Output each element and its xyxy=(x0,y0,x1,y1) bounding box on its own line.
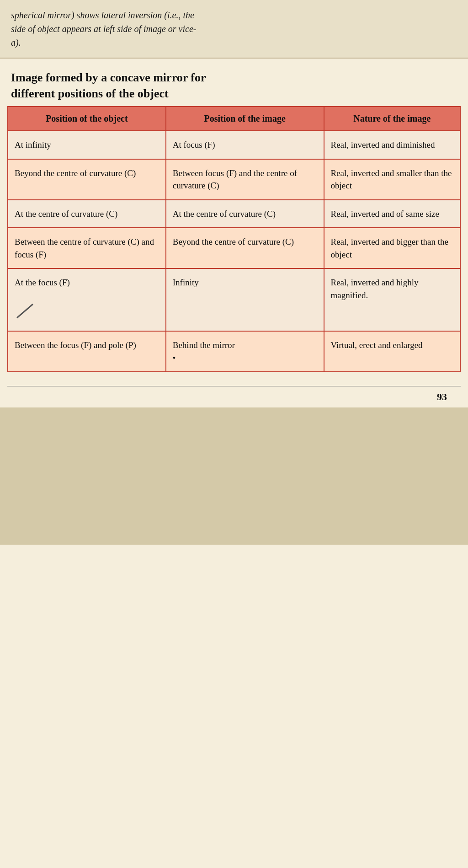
intro-line-1: spherical mirror) shows lateral inversio… xyxy=(11,8,457,22)
row-2-object: Beyond the centre of curvature (C) xyxy=(8,159,166,200)
row-6-image-text: Behind the mirror xyxy=(173,340,235,350)
row-6-image-dot: • xyxy=(173,353,176,363)
page-content: spherical mirror) shows lateral inversio… xyxy=(0,0,468,868)
table-container: Position of the object Position of the i… xyxy=(0,106,468,386)
col-header-1: Position of the object xyxy=(8,107,166,131)
row-3-image: At the centre of curvature (C) xyxy=(166,200,324,228)
row-3-object: At the centre of curvature (C) xyxy=(8,200,166,228)
table-row: Between the focus (F) and pole (P) Behin… xyxy=(8,331,460,372)
col-header-2: Position of the image xyxy=(166,107,324,131)
intro-line-3: a). xyxy=(11,36,457,49)
row-5-object: At the focus (F) xyxy=(8,268,166,331)
row-2-nature: Real, inverted and smaller than the obje… xyxy=(324,159,461,200)
row-6-object: Between the focus (F) and pole (P) xyxy=(8,331,166,372)
table-row: At infinity At focus (F) Real, inverted … xyxy=(8,131,460,159)
table-header-row: Position of the object Position of the i… xyxy=(8,107,460,131)
section-heading: Image formed by a concave mirror for dif… xyxy=(0,59,468,106)
row-5-nature: Real, inverted and highly magnified. xyxy=(324,268,461,331)
row-1-nature: Real, inverted and diminished xyxy=(324,131,461,159)
row-6-image: Behind the mirror • xyxy=(166,331,324,372)
row-5-object-text: At the focus (F) xyxy=(15,278,70,287)
row-4-object: Between the centre of curvature (C) and … xyxy=(8,228,166,268)
row-1-object: At infinity xyxy=(8,131,166,159)
svg-line-0 xyxy=(17,304,33,318)
mirror-table: Position of the object Position of the i… xyxy=(7,106,461,372)
heading-line-2: different positions of the object xyxy=(11,87,169,100)
table-row: Between the centre of curvature (C) and … xyxy=(8,228,460,268)
row-2-image: Between focus (F) and the centre of curv… xyxy=(166,159,324,200)
row-4-nature: Real, inverted and bigger than the objec… xyxy=(324,228,461,268)
intro-line-2: side of object appears at left side of i… xyxy=(11,22,457,36)
heading-line-1: Image formed by a concave mirror for xyxy=(11,71,206,84)
diagonal-mark-icon xyxy=(15,302,37,320)
table-row: Beyond the centre of curvature (C) Betwe… xyxy=(8,159,460,200)
intro-text-box: spherical mirror) shows lateral inversio… xyxy=(0,0,468,59)
table-row: At the focus (F) Infinity Real, inverted… xyxy=(8,268,460,331)
page-number: 93 xyxy=(7,386,461,407)
bottom-background xyxy=(0,407,468,545)
row-1-image: At focus (F) xyxy=(166,131,324,159)
row-4-image: Beyond the centre of curvature (C) xyxy=(166,228,324,268)
row-6-nature: Virtual, erect and enlarged xyxy=(324,331,461,372)
table-row: At the centre of curvature (C) At the ce… xyxy=(8,200,460,228)
page-number-value: 93 xyxy=(437,391,447,402)
row-5-image: Infinity xyxy=(166,268,324,331)
col-header-3: Nature of the image xyxy=(324,107,461,131)
row-3-nature: Real, inverted and of same size xyxy=(324,200,461,228)
